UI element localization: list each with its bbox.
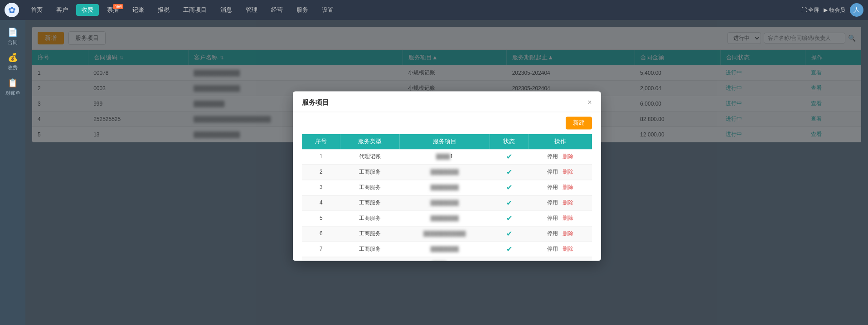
nav-guanli[interactable]: 管理 <box>240 4 263 16</box>
contract-icon: 📄 <box>8 27 18 37</box>
stop-button[interactable]: 停用 <box>547 169 558 175</box>
delete-button[interactable]: 删除 <box>563 199 573 206</box>
nav-items: 首页 客户 收费 票据 new 记账 报税 工商项目 消息 管理 经营 服务 设… <box>25 4 801 16</box>
stop-button[interactable]: 停用 <box>547 230 558 237</box>
member-icon: ▶ <box>824 7 828 13</box>
nav-baoshui[interactable]: 报税 <box>152 4 175 16</box>
member-btn[interactable]: ▶ 畅会员 <box>824 6 845 14</box>
modal-table-row: 2 工商服务 ████████ ✔ 停用 删除 <box>302 164 592 179</box>
nav-right: ⛶ 全屏 ▶ 畅会员 人 <box>801 3 863 17</box>
modal-table-row: 5 工商服务 ████████ ✔ 停用 删除 <box>302 210 592 226</box>
sidebar-item-statement[interactable]: 📋 对账单 <box>2 75 24 99</box>
modal-col-action: 操作 <box>529 134 592 149</box>
nav-piaoju[interactable]: 票据 new <box>102 4 124 16</box>
sidebar: 📄 合同 💰 收费 📋 对账单 <box>0 20 25 325</box>
modal-table-row: 8 工商服务 ████注册 ✔ 停用 删除 <box>302 257 592 261</box>
nav-jizhang[interactable]: 记账 <box>127 4 150 16</box>
modal-table-row: 3 工商服务 ████████ ✔ 停用 删除 <box>302 179 592 195</box>
modal-header: 服务项目 × <box>293 91 601 112</box>
nav-gongshang[interactable]: 工商项目 <box>178 4 212 16</box>
status-check-icon: ✔ <box>506 245 512 253</box>
main-layout: 📄 合同 💰 收费 📋 对账单 新增 服务项目 进行中 已完成 已终止 <box>0 20 868 325</box>
service-items-modal: 服务项目 × 新建 序号 服务类型 服务项目 状态 操作 <box>293 91 601 261</box>
content-area: 新增 服务项目 进行中 已完成 已终止 🔍 序号 合同编码 ⇅ <box>25 20 868 325</box>
stop-button[interactable]: 停用 <box>547 215 558 221</box>
modal-table-row: 4 工商服务 ████████ ✔ 停用 删除 <box>302 195 592 210</box>
nav-shoufei[interactable]: 收费 <box>76 4 99 16</box>
modal-table-row: 7 工商服务 ████████ ✔ 停用 删除 <box>302 241 592 257</box>
nav-xiaoxi[interactable]: 消息 <box>215 4 238 16</box>
modal-col-type: 服务类型 <box>340 134 399 149</box>
delete-button[interactable]: 删除 <box>563 153 573 160</box>
modal-col-status: 状态 <box>490 134 529 149</box>
nav-shezhi[interactable]: 设置 <box>316 4 339 16</box>
modal-title: 服务项目 <box>302 98 329 107</box>
status-check-icon: ✔ <box>506 230 512 238</box>
fullscreen-icon: ⛶ <box>801 7 807 13</box>
stop-button[interactable]: 停用 <box>547 246 558 252</box>
modal-table-row: 6 工商服务 ████████████ ✔ 停用 删除 <box>302 226 592 241</box>
delete-button[interactable]: 删除 <box>563 246 573 252</box>
sidebar-item-fee[interactable]: 💰 收费 <box>2 50 24 73</box>
status-check-icon: ✔ <box>506 184 512 191</box>
status-check-icon: ✔ <box>506 168 512 176</box>
app-logo: ✿ <box>5 3 19 17</box>
modal-new-button[interactable]: 新建 <box>566 116 592 129</box>
modal-table-body: 1 代理记账 ████1 ✔ 停用 删除 2 工 <box>302 149 592 261</box>
new-badge: new <box>113 4 123 9</box>
delete-button[interactable]: 删除 <box>563 184 573 190</box>
modal-table: 序号 服务类型 服务项目 状态 操作 1 代理记账 ████1 ✔ <box>302 134 592 261</box>
modal-table-header: 序号 服务类型 服务项目 状态 操作 <box>302 134 592 149</box>
nav-fuwu[interactable]: 服务 <box>291 4 314 16</box>
stop-button[interactable]: 停用 <box>547 153 558 160</box>
nav-jingying[interactable]: 经营 <box>266 4 288 16</box>
statement-icon: 📋 <box>8 78 18 88</box>
fee-icon: 💰 <box>8 53 18 63</box>
modal-col-no: 序号 <box>302 134 340 149</box>
modal-table-wrapper: 序号 服务类型 服务项目 状态 操作 1 代理记账 ████1 ✔ <box>293 134 601 261</box>
modal-toolbar: 新建 <box>293 112 601 134</box>
delete-button[interactable]: 删除 <box>563 230 573 237</box>
top-nav: ✿ 首页 客户 收费 票据 new 记账 报税 工商项目 消息 管理 经营 服务… <box>0 0 868 20</box>
sidebar-label-contract: 合同 <box>8 39 18 46</box>
stop-button[interactable]: 停用 <box>547 184 558 190</box>
delete-button[interactable]: 删除 <box>563 169 573 175</box>
status-check-icon: ✔ <box>506 214 512 222</box>
status-check-icon: ✔ <box>506 199 512 207</box>
sidebar-label-fee: 收费 <box>8 64 18 71</box>
modal-table-row: 1 代理记账 ████1 ✔ 停用 删除 <box>302 149 592 165</box>
sidebar-label-statement: 对账单 <box>5 90 20 97</box>
nav-customer[interactable]: 客户 <box>51 4 73 16</box>
stop-button[interactable]: 停用 <box>547 199 558 206</box>
nav-home[interactable]: 首页 <box>25 4 48 16</box>
modal-close-button[interactable]: × <box>587 99 592 106</box>
sidebar-item-contract[interactable]: 📄 合同 <box>2 24 24 48</box>
modal-col-item: 服务项目 <box>399 134 490 149</box>
avatar[interactable]: 人 <box>850 3 863 17</box>
status-check-icon: ✔ <box>506 153 512 160</box>
delete-button[interactable]: 删除 <box>563 215 573 221</box>
fullscreen-btn[interactable]: ⛶ 全屏 <box>801 6 819 14</box>
